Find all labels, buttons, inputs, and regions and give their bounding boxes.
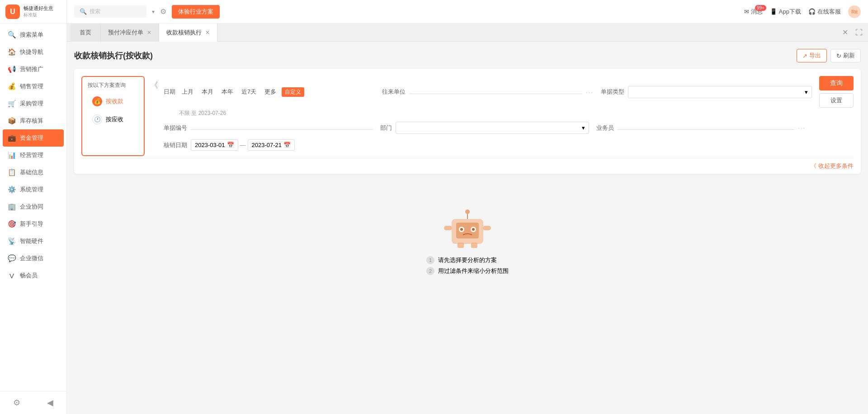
by-receipt-label: 按收款 <box>106 97 123 105</box>
sidebar: U 畅捷通好生意 标准版 🔍 搜索菜单 🏠 快捷导航 📢 营销推广 💰 销售管理… <box>0 0 67 414</box>
query-button[interactable]: 查询 <box>819 76 854 90</box>
message-button[interactable]: ✉ 消息 99+ <box>744 8 763 16</box>
sidebar-item-marketing[interactable]: 📢 营销推广 <box>0 61 66 78</box>
party-dots-icon[interactable]: ··· <box>586 89 594 95</box>
tab-receipts-close[interactable]: ✕ <box>205 29 210 36</box>
online-service-button[interactable]: 🎧 在线客服 <box>808 8 841 16</box>
sidebar-item-search-menu[interactable]: 🔍 搜索菜单 <box>0 26 66 43</box>
filter-row-2: 单据编号 部门 ▾ 业务员 <box>164 122 854 134</box>
marketing-icon: 📢 <box>7 65 16 73</box>
verify-date-label: 核销日期 <box>164 141 187 149</box>
scheme-selector: 按以下方案查询 💰 按收款 🕐 按应收 <box>81 76 145 156</box>
sidebar-item-purchase[interactable]: 🛒 采购管理 <box>0 95 66 112</box>
dept-chevron: ▾ <box>582 124 585 131</box>
filter-row-3: 核销日期 2023-03-01 📅 — 2023-07-21 📅 <box>164 139 854 151</box>
empty-state: 1 请先选择要分析的方案 2 用过滤条件来缩小分析范围 <box>74 174 861 302</box>
sidebar-item-sales[interactable]: 💰 销售管理 <box>0 78 66 95</box>
search-placeholder-text: 搜索 <box>90 8 100 15</box>
verify-date-end[interactable]: 2023-07-21 📅 <box>248 139 295 151</box>
dept-select[interactable]: ▾ <box>396 122 590 134</box>
service-icon: 🎧 <box>808 8 816 15</box>
filter-by-receipt[interactable]: 💰 按收款 <box>88 94 138 109</box>
sidebar-item-vip[interactable]: V 畅会员 <box>0 267 66 284</box>
industry-btn[interactable]: 体验行业方案 <box>172 5 220 19</box>
topbar: 🔍 搜索 ▾ ⚙ 体验行业方案 ✉ 消息 99+ 📱 App下载 🎧 在线客服 … <box>67 0 868 24</box>
tab-prepay-close[interactable]: ✕ <box>147 29 151 36</box>
collapse-more-button[interactable]: 《 收起更多条件 <box>811 162 854 170</box>
party-input[interactable] <box>409 90 582 94</box>
sidebar-item-label: 采购管理 <box>20 100 43 108</box>
party-filter: 往来单位 ··· <box>382 88 593 96</box>
date-btn-more[interactable]: 更多 <box>262 87 279 97</box>
date-btn-this-year[interactable]: 本年 <box>219 87 236 97</box>
topbar-gear-icon[interactable]: ⚙ <box>160 7 166 16</box>
sidebar-item-inventory[interactable]: 📦 库存核算 <box>0 112 66 129</box>
empty-tip-1: 1 请先选择要分析的方案 <box>426 256 509 264</box>
quick-nav-icon: 🏠 <box>7 48 16 56</box>
sidebar-item-label: 基础信息 <box>20 168 43 176</box>
export-icon: ↗ <box>802 52 807 59</box>
doc-type-filter: 单据类型 ▾ <box>601 86 812 98</box>
export-button[interactable]: ↗ 导出 <box>797 49 827 62</box>
sidebar-item-wechat[interactable]: 💬 企业微信 <box>0 250 66 267</box>
filter-panel: 按以下方案查询 💰 按收款 🕐 按应收 《 <box>81 76 854 156</box>
sidebar-bottom: ⚙ ◀ <box>0 391 66 414</box>
user-initials: Rit <box>851 9 857 14</box>
sidebar-item-label: 销售管理 <box>20 82 43 90</box>
tab-fullscreen-button[interactable]: ⛶ <box>854 26 864 38</box>
staff-input[interactable] <box>618 126 794 130</box>
sidebar-item-basic-info[interactable]: 📋 基础信息 <box>0 164 66 181</box>
doc-no-label: 单据编号 <box>164 124 187 132</box>
wechat-icon: 💬 <box>7 254 16 262</box>
sidebar-item-enterprise[interactable]: 🏢 企业协同 <box>0 198 66 215</box>
verify-date-sep: — <box>240 142 246 148</box>
topbar-chevron-icon[interactable]: ▾ <box>152 9 155 15</box>
date-value: 2023-07-26 <box>198 110 226 116</box>
logo-icon: U <box>5 5 20 19</box>
collapse-sidebar-button[interactable]: ◀ <box>44 395 56 410</box>
refresh-icon: ↻ <box>836 52 841 59</box>
tab-prepay-label: 预付冲应付单 <box>108 29 143 37</box>
dept-label: 部门 <box>380 124 392 132</box>
user-avatar[interactable]: Rit <box>848 5 861 18</box>
settings-button[interactable]: ⚙ <box>10 395 23 410</box>
collapse-left-icon[interactable]: 《 <box>150 80 158 90</box>
date-custom-badge[interactable]: 自定义 <box>282 87 304 97</box>
sidebar-item-system[interactable]: ⚙️ 系统管理 <box>0 181 66 198</box>
topbar-right: ✉ 消息 99+ 📱 App下载 🎧 在线客服 Rit <box>744 5 861 18</box>
sidebar-item-finance[interactable]: 💼 资金管理 <box>3 129 64 147</box>
date-btn-this-month[interactable]: 本月 <box>199 87 216 97</box>
doc-no-input[interactable] <box>191 126 373 130</box>
tab-receipts[interactable]: 收款核销执行 ✕ <box>159 24 217 42</box>
svg-point-9 <box>465 209 470 214</box>
sidebar-item-label: 快捷导航 <box>20 48 43 56</box>
topbar-search[interactable]: 🔍 搜索 <box>74 5 146 18</box>
sidebar-item-guide[interactable]: 🎯 新手引导 <box>0 215 66 233</box>
app-download-button[interactable]: 📱 App下载 <box>770 8 801 16</box>
sidebar-item-hardware[interactable]: 📡 智能硬件 <box>0 233 66 250</box>
tab-home[interactable]: 首页 <box>71 24 101 42</box>
collapse-left[interactable]: 《 <box>150 76 158 156</box>
system-icon: ⚙️ <box>7 186 16 194</box>
main-area: 🔍 搜索 ▾ ⚙ 体验行业方案 ✉ 消息 99+ 📱 App下载 🎧 在线客服 … <box>67 0 868 414</box>
staff-dots-icon[interactable]: ··· <box>798 124 806 131</box>
collapse-icon: 《 <box>811 162 816 170</box>
refresh-button[interactable]: ↻ 刷新 <box>830 49 861 62</box>
hardware-icon: 📡 <box>7 237 16 245</box>
filter-settings-button[interactable]: 设置 <box>819 93 854 108</box>
date-hint: 不限 至 2023-07-26 <box>179 109 854 117</box>
app-name: 畅捷通好生意 <box>24 5 53 12</box>
filter-row-1: 日期 上月 本月 本年 近7天 更多 自定义 往来单位 ··· <box>164 76 854 108</box>
sidebar-item-operations[interactable]: 📊 经营管理 <box>0 147 66 164</box>
page-content: 收款核销执行(按收款) ↗ 导出 ↻ 刷新 按以下方案查询 💰 <box>67 42 868 414</box>
by-receivable-label: 按应收 <box>106 115 123 124</box>
verify-date-start[interactable]: 2023-03-01 📅 <box>191 139 238 151</box>
date-btn-last-month[interactable]: 上月 <box>179 87 196 97</box>
tab-close-all-button[interactable]: ✕ <box>840 26 850 38</box>
sidebar-item-quick-nav[interactable]: 🏠 快捷导航 <box>0 43 66 61</box>
doc-type-select[interactable]: ▾ <box>628 86 812 98</box>
tab-prepay[interactable]: 预付冲应付单 ✕ <box>101 24 159 42</box>
verify-date-start-value: 2023-03-01 <box>195 142 225 148</box>
filter-by-receivable[interactable]: 🕐 按应收 <box>88 112 138 127</box>
date-btn-7days[interactable]: 近7天 <box>239 87 259 97</box>
